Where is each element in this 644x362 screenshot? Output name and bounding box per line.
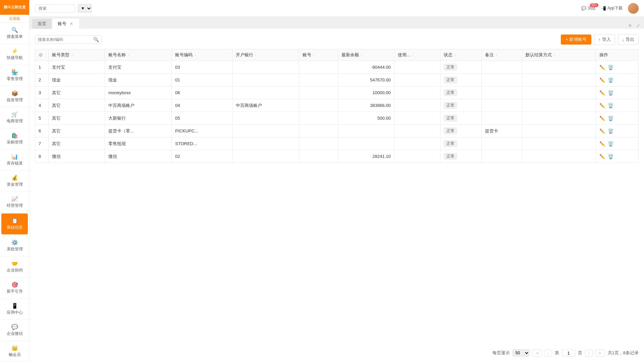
row-actions: ✏️ 🗑️ (599, 154, 635, 159)
table-search-input[interactable] (38, 37, 92, 42)
edit-icon[interactable]: ✏️ (599, 141, 605, 146)
delete-icon[interactable]: 🗑️ (608, 128, 613, 134)
delete-icon[interactable]: 🗑️ (608, 116, 613, 121)
cell-remark (482, 61, 522, 74)
cell-default-payment (522, 61, 596, 74)
pagination: 每页显示 50 20 100 ⊲ ‹ 第 页 › ⊳ 共1页，8条记录 (35, 345, 639, 357)
delete-icon[interactable]: 🗑️ (608, 141, 613, 146)
status-badge: 正常 (444, 153, 457, 160)
cell-name: 现金 (105, 74, 172, 86)
status-badge: 正常 (444, 115, 457, 122)
col-usage[interactable]: 使用... ↕ (394, 49, 440, 61)
delete-icon[interactable]: 🗑️ (608, 90, 613, 96)
message-button[interactable]: 💬 消息 99+ (581, 5, 596, 11)
sidebar-item-guide[interactable]: 🎯 新手引导 (0, 278, 29, 299)
sidebar-item-cooperation[interactable]: 🤝 企业协同 (0, 256, 29, 278)
header-search-input[interactable] (35, 4, 75, 12)
add-account-button[interactable]: + 新增账号 (561, 35, 591, 45)
cell-index: 7 (35, 137, 49, 150)
cell-account (299, 86, 338, 99)
tab-bar: 首页 账号 ✕ ✕ ⤢ (30, 17, 644, 29)
table-row: 8 微信 微信 02 28241.10 正常 ✏️ 🗑️ (35, 150, 639, 163)
tab-account[interactable]: 账号 ✕ (52, 19, 79, 29)
cell-bank (232, 74, 299, 86)
settings-icon[interactable]: ⚙ (39, 52, 43, 58)
edit-icon[interactable]: ✏️ (599, 90, 605, 96)
cell-operation: ✏️ 🗑️ (596, 86, 639, 99)
sidebar-item-app-center[interactable]: 📱 应用中心 (0, 299, 29, 320)
col-account[interactable]: 账号 ↕ (299, 49, 338, 61)
edit-icon[interactable]: ✏️ (599, 77, 605, 83)
last-page-button[interactable]: ⊳ (595, 350, 605, 357)
sidebar-item-inventory[interactable]: 📊 库存核算 (0, 149, 29, 171)
close-window-button[interactable]: ✕ (627, 22, 633, 29)
header-search-dropdown[interactable]: ▼ (78, 4, 92, 13)
delete-icon[interactable]: 🗑️ (608, 65, 613, 70)
edit-icon[interactable]: ✏️ (599, 116, 605, 121)
cell-operation: ✏️ 🗑️ (596, 99, 639, 112)
col-code[interactable]: 账号编码 ↕ (172, 49, 232, 61)
cell-code: 04 (172, 99, 232, 112)
sidebar-item-purchase[interactable]: 🛍️ 采购管理 (0, 128, 29, 149)
edit-icon[interactable]: ✏️ (599, 103, 605, 108)
tab-account-close[interactable]: ✕ (69, 21, 74, 26)
table-row: 3 其它 moneybosx 06 10000.00 正常 ✏️ 🗑️ (35, 86, 639, 99)
cell-type: 支付宝 (49, 61, 105, 74)
next-page-button[interactable]: › (585, 350, 592, 357)
sidebar-item-search-menu[interactable]: 🔍 搜索菜单 (0, 23, 29, 44)
col-name[interactable]: 账号名称 ↕ (105, 49, 172, 61)
app-label: App下载 (607, 5, 623, 11)
delete-icon[interactable]: 🗑️ (608, 103, 613, 108)
prev-page-button[interactable]: ‹ (545, 350, 552, 357)
sidebar-item-retail[interactable]: 🏪 零售管理 (0, 65, 29, 86)
cell-index: 5 (35, 112, 49, 125)
tab-account-label: 账号 (58, 21, 66, 27)
sidebar-item-enterprise-wechat[interactable]: 💬 企业微信 (0, 320, 29, 341)
import-button[interactable]: ↑ 导入 (594, 34, 615, 45)
retail-icon: 🏪 (11, 69, 18, 75)
edit-icon[interactable]: ✏️ (599, 154, 605, 159)
cell-code: 01 (172, 74, 232, 86)
cell-usage (394, 86, 440, 99)
total-records-label: 共1页，8条记录 (608, 350, 639, 356)
col-bank[interactable]: 开户银行 ↕ (232, 49, 299, 61)
first-page-button[interactable]: ⊲ (532, 350, 542, 357)
sidebar-item-membership[interactable]: 👑 畅会员 (0, 341, 29, 362)
content-topbar: 🔍 + 新增账号 ↑ 导入 ↓ 导出 (35, 34, 639, 45)
delete-icon[interactable]: 🗑️ (608, 154, 613, 159)
sidebar-item-ecommerce[interactable]: 🛒 电商管理 (0, 107, 29, 128)
sidebar-item-label: 采购管理 (7, 139, 23, 145)
col-default-payment[interactable]: 默认结算方式 ↕ (522, 49, 596, 61)
status-badge: 正常 (444, 127, 457, 134)
sidebar-item-operation[interactable]: 📈 经营管理 (0, 192, 29, 213)
action-buttons: + 新增账号 ↑ 导入 ↓ 导出 (561, 34, 639, 45)
sidebar-item-basic-info[interactable]: 📋 基础信息 (1, 214, 28, 235)
tab-home[interactable]: 首页 (32, 19, 52, 29)
col-balance[interactable]: 最新余额 ↕ (338, 49, 394, 61)
cell-default-payment (522, 112, 596, 125)
col-status[interactable]: 状态 ↕ (440, 49, 482, 61)
app-download-button[interactable]: 📲 App下载 (601, 5, 623, 11)
cell-account (299, 137, 338, 150)
cell-bank (232, 150, 299, 163)
cell-remark (482, 137, 522, 150)
sidebar-item-finance[interactable]: 💰 资金管理 (0, 171, 29, 192)
col-remark[interactable]: 备注 ↕ (482, 49, 522, 61)
sidebar-item-label: 企业协同 (7, 267, 23, 273)
col-type[interactable]: 账号类型 ↕ (49, 49, 105, 61)
avatar[interactable] (628, 3, 639, 14)
cell-usage (394, 112, 440, 125)
sidebar-item-system[interactable]: ⚙️ 系统管理 (0, 235, 29, 256)
cell-operation: ✏️ 🗑️ (596, 137, 639, 150)
sidebar-item-quick-nav[interactable]: ⚡ 快捷导航 (0, 44, 29, 65)
edit-icon[interactable]: ✏️ (599, 128, 605, 134)
delete-icon[interactable]: 🗑️ (608, 77, 613, 83)
edit-icon[interactable]: ✏️ (599, 65, 605, 70)
page-number-input[interactable] (562, 350, 575, 357)
export-button[interactable]: ↓ 导出 (618, 34, 639, 45)
maximize-window-button[interactable]: ⤢ (635, 22, 641, 29)
sidebar-item-wholesale[interactable]: 📦 批发管理 (0, 86, 29, 107)
per-page-select[interactable]: 50 20 100 (513, 349, 530, 357)
table-search-icon[interactable]: 🔍 (93, 37, 99, 42)
cell-type: 其它 (49, 137, 105, 150)
